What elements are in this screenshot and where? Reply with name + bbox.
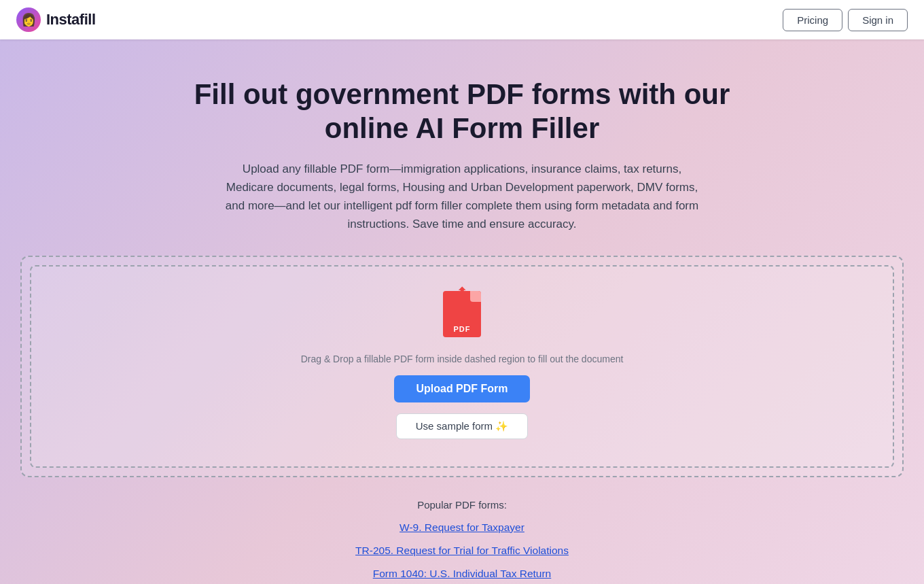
logo[interactable]: 👩 Instafill	[16, 7, 96, 32]
sample-form-button[interactable]: Use sample form ✨	[396, 413, 529, 439]
logo-text: Instafill	[46, 11, 96, 29]
pricing-button[interactable]: Pricing	[783, 9, 842, 31]
popular-forms-section: Popular PDF forms: W-9. Request for Taxp…	[16, 499, 908, 584]
signin-button[interactable]: Sign in	[848, 9, 908, 31]
popular-forms-label: Popular PDF forms:	[417, 499, 507, 511]
drop-zone-inner[interactable]: ⬆ PDF Drag & Drop a fillable PDF form in…	[30, 265, 894, 468]
popular-form-link-3[interactable]: Form 1040: U.S. Individual Tax Return	[373, 568, 551, 580]
main-content: Fill out government PDF forms with our o…	[0, 39, 924, 584]
hero-title: Fill out government PDF forms with our o…	[156, 78, 768, 146]
upload-button[interactable]: Upload PDF Form	[394, 375, 529, 402]
nav-actions: Pricing Sign in	[783, 9, 908, 31]
pdf-upload-icon: ⬆ PDF	[440, 291, 484, 343]
drop-instruction: Drag & Drop a fillable PDF form inside d…	[301, 354, 624, 364]
navbar: 👩 Instafill Pricing Sign in	[0, 0, 924, 39]
popular-form-link-1[interactable]: W-9. Request for Taxpayer	[399, 521, 525, 534]
drop-zone-outer[interactable]: ⬆ PDF Drag & Drop a fillable PDF form in…	[20, 256, 904, 477]
popular-form-link-2[interactable]: TR-205. Request for Trial for Traffic Vi…	[355, 545, 569, 557]
hero-subtitle: Upload any fillable PDF form—immigration…	[217, 160, 707, 234]
pdf-icon-body: PDF	[443, 291, 481, 337]
logo-avatar: 👩	[16, 7, 41, 32]
pdf-icon-label: PDF	[454, 325, 471, 333]
